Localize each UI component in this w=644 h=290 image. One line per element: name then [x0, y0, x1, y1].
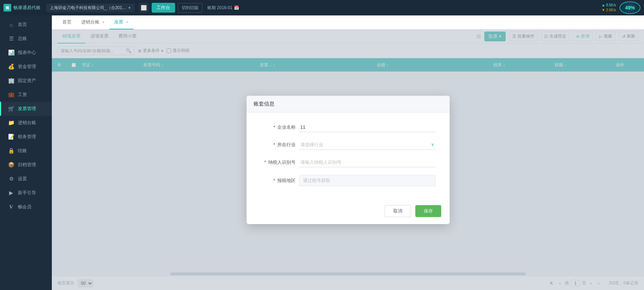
- sidebar-item-tax[interactable]: 📝 税务管理: [0, 130, 52, 144]
- speed-up: ▲ 8.5K/s: [602, 3, 616, 8]
- sidebar-item-home[interactable]: ⌂ 首页: [0, 18, 52, 32]
- tab-home-label: 首页: [62, 19, 71, 25]
- switch-old-button[interactable]: 切到旧版: [178, 3, 202, 13]
- top-bar-right: ▲ 8.5K/s ▼ 2.6K/s 49%: [602, 1, 640, 14]
- archive-icon: 📦: [8, 162, 14, 168]
- tab-purchase-label: 进销台账: [81, 19, 99, 25]
- tax-area-display: 通过税号获取: [299, 175, 436, 186]
- ledger-icon: ☰: [8, 35, 14, 42]
- sidebar-item-closing[interactable]: 🔒 结账: [0, 144, 52, 158]
- tab-home[interactable]: 首页: [57, 15, 76, 29]
- sidebar-item-label: 进销台账: [18, 120, 36, 126]
- sidebar-item-label: 畅会员: [18, 204, 32, 210]
- company-name: 上海卯金刀电子科技有限公司_（台201...: [50, 5, 126, 11]
- sidebar-item-label: 发票管理: [18, 106, 36, 112]
- sidebar-item-label: 结账: [18, 148, 27, 154]
- sidebar-item-label: 固定资产: [18, 77, 36, 84]
- form-row-company: * 企业名称: [261, 122, 436, 132]
- tax-icon: 📝: [8, 134, 14, 140]
- dialog-backdrop: 账套信息 * 企业名称: [52, 29, 644, 290]
- sidebar-item-settings[interactable]: ⚙ 设置: [0, 172, 52, 186]
- speed-down: ▼ 2.6K/s: [602, 8, 616, 13]
- layout: ⌂ 首页 ☰ 总账 📊 报表中心 💰 资金管理 🏢 固定资产 💼 工资 🛒 发票…: [0, 15, 644, 290]
- industry-select-wrap[interactable]: 请选择行业 ∨: [299, 140, 436, 150]
- account-info-dialog: 账套信息 * 企业名称: [247, 96, 450, 224]
- sidebar-item-label: 新手引导: [18, 190, 36, 196]
- app-name: 畅康通易代账: [13, 5, 41, 11]
- settings-icon: ⚙: [8, 176, 14, 182]
- form-row-tax-area: * 报税地区 通过税号获取: [261, 175, 436, 186]
- sidebar-item-archive[interactable]: 📦 归档管理: [0, 158, 52, 172]
- calendar-icon[interactable]: 📅: [234, 5, 239, 10]
- period-value: 2016-01: [217, 5, 233, 10]
- sidebar-item-label: 报表中心: [18, 49, 36, 56]
- sidebar-item-purchase[interactable]: 📁 进销台账: [0, 116, 52, 130]
- top-bar: 账 畅康通易代账 上海卯金刀电子科技有限公司_（台201... ▼ ⬜ 工作台 …: [0, 0, 644, 15]
- form-row-industry: * 所在行业 请选择行业 ∨: [261, 140, 436, 150]
- industry-label: * 所在行业: [261, 142, 299, 148]
- finance-icon: 💰: [8, 63, 14, 70]
- company-selector[interactable]: 上海卯金刀电子科技有限公司_（台201... ▼: [46, 4, 135, 12]
- sidebar-item-ledger[interactable]: ☰ 总账: [0, 32, 52, 46]
- dialog-header: 账套信息: [247, 96, 450, 113]
- sidebar-item-invoice[interactable]: 🛒 发票管理: [0, 102, 52, 116]
- cancel-button[interactable]: 取消: [385, 205, 411, 217]
- payroll-icon: 💼: [8, 92, 14, 98]
- sidebar-item-report[interactable]: 📊 报表中心: [0, 46, 52, 60]
- tax-id-input[interactable]: [299, 157, 436, 167]
- industry-chevron-icon: ∨: [431, 142, 434, 147]
- sidebar-item-finance[interactable]: 💰 资金管理: [0, 60, 52, 74]
- speed-info: ▲ 8.5K/s ▼ 2.6K/s: [602, 3, 616, 13]
- tax-area-label: * 报税地区: [261, 177, 299, 184]
- sidebar-item-label: 归档管理: [18, 162, 36, 168]
- tab-bar: 首页 进销台账 × 发票 ×: [52, 15, 644, 29]
- sidebar: ⌂ 首页 ☰ 总账 📊 报表中心 💰 资金管理 🏢 固定资产 💼 工资 🛒 发票…: [0, 15, 52, 290]
- sidebar-item-label: 工资: [18, 92, 27, 98]
- tab-invoice[interactable]: 发票 ×: [109, 15, 133, 29]
- sidebar-item-payroll[interactable]: 💼 工资: [0, 88, 52, 102]
- form-row-tax-id: * 纳税人识别号: [261, 157, 436, 167]
- sidebar-item-label: 资金管理: [18, 63, 36, 70]
- top-actions: ⬜ 工作台 切到旧版: [139, 3, 202, 13]
- dialog-body: * 企业名称 * 所在行业: [247, 113, 450, 201]
- tab-invoice-label: 发票: [114, 19, 123, 25]
- member-icon: V: [8, 204, 14, 210]
- dialog-title: 账套信息: [254, 101, 275, 107]
- content-area: 销项发票 进项发票 费用小票 ⊞ 取票 ▾ ☰ 批量操作: [52, 29, 644, 290]
- company-name-label: * 企业名称: [261, 124, 299, 130]
- assets-icon: 🏢: [8, 77, 14, 84]
- copy-icon[interactable]: ⬜: [139, 3, 149, 13]
- sidebar-item-label: 设置: [18, 176, 27, 182]
- closing-icon: 🔒: [8, 148, 14, 154]
- tab-purchase-close[interactable]: ×: [102, 20, 104, 24]
- period-label: 账期: [207, 5, 216, 11]
- period-info: 账期 2016-01 📅: [207, 5, 239, 11]
- workbench-button[interactable]: 工作台: [152, 3, 175, 13]
- main-area: 首页 进销台账 × 发票 × 销项发票 进项发票 费用: [52, 15, 644, 290]
- company-arrow-icon: ▼: [128, 6, 131, 10]
- company-name-input[interactable]: [299, 122, 436, 132]
- tab-invoice-close[interactable]: ×: [126, 20, 128, 24]
- report-icon: 📊: [8, 49, 14, 56]
- sidebar-item-guide[interactable]: ▶ 新手引导: [0, 186, 52, 200]
- home-icon: ⌂: [8, 22, 14, 28]
- industry-select[interactable]: 请选择行业: [300, 142, 431, 147]
- sidebar-item-member[interactable]: V 畅会员: [0, 200, 52, 214]
- logo-icon: 账: [4, 4, 11, 12]
- save-button[interactable]: 保存: [415, 205, 441, 217]
- invoice-icon: 🛒: [8, 106, 14, 112]
- app-logo: 账 畅康通易代账: [4, 4, 41, 12]
- guide-icon: ▶: [8, 190, 14, 196]
- purchase-icon: 📁: [8, 120, 14, 126]
- sidebar-item-label: 税务管理: [18, 134, 36, 140]
- sidebar-item-label: 首页: [18, 21, 27, 28]
- speed-widget: 49%: [619, 1, 640, 14]
- tax-id-label: * 纳税人识别号: [261, 159, 299, 166]
- tab-purchase[interactable]: 进销台账 ×: [76, 15, 109, 29]
- sidebar-item-assets[interactable]: 🏢 固定资产: [0, 74, 52, 88]
- sidebar-item-label: 总账: [18, 35, 27, 42]
- dialog-footer: 取消 保存: [247, 201, 450, 224]
